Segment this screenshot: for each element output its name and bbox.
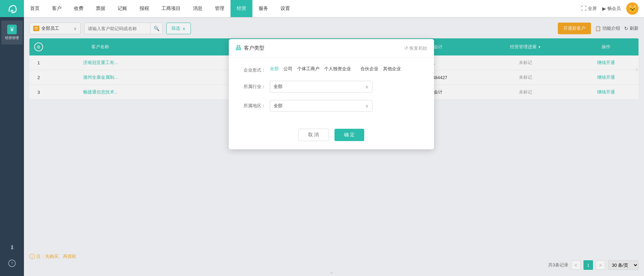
main-layout: ¥ 经营管理 ⬇ ? 图 全部员工 ∨ 🔍 筛选 (0, 17, 644, 276)
nav-item-business[interactable]: 工商项目 (155, 0, 187, 17)
enterprise-option-other[interactable]: 其他企业 (383, 66, 401, 72)
sidebar: ¥ 经营管理 ⬇ ? (0, 17, 24, 276)
nav-item-customer[interactable]: 客户 (46, 0, 68, 17)
top-nav: 首页 客户 收费 票据 记账 报税 工商项目 消息 管理 经营 服务 设置 ⛶ … (0, 0, 644, 17)
nav-item-settings[interactable]: 设置 (274, 0, 296, 17)
modal-title-icon: 品 (236, 45, 241, 52)
member-btn[interactable]: ▶ 畅会员 (602, 5, 621, 12)
modal-footer: 取 消 确 定 (229, 123, 434, 149)
sidebar-item-label: 经营管理 (5, 36, 19, 40)
nav-item-message[interactable]: 消息 (187, 0, 209, 17)
enterprise-option-company[interactable]: 公司 (284, 66, 292, 72)
nav-item-tax[interactable]: 报税 (133, 0, 155, 17)
modal-overlay: 品 客户类型 ↺ 恢复初始 企业形式： 全部 公司 (24, 17, 644, 276)
content: 图 全部员工 ∨ 🔍 筛选 ∧ 开通新客户 📋 功能介绍 ↻ 刷 (24, 17, 644, 276)
region-label: 所属地区： (239, 103, 270, 109)
nav-item-manage[interactable]: 管理 (209, 0, 231, 17)
reset-icon: ↺ (404, 46, 408, 51)
fullscreen-icon: ⛶ (581, 5, 587, 12)
nav-right: ⛶ 全屏 ▶ 畅会员 🐱 (581, 2, 639, 15)
nav-item-home[interactable]: 首页 (24, 0, 46, 17)
enterprise-option-all[interactable]: 全部 (270, 66, 279, 72)
sidebar-item-operation-manage[interactable]: ¥ 经营管理 (1, 21, 23, 45)
cancel-button[interactable]: 取 消 (298, 129, 329, 141)
enterprise-options: 全部 公司 个体工商户 个人独资企业 合伙企业 其他企业 (270, 66, 424, 72)
nav-logo[interactable] (0, 0, 24, 17)
customer-type-modal: 品 客户类型 ↺ 恢复初始 企业形式： 全部 公司 (229, 39, 434, 149)
download-icon: ⬇ (10, 244, 15, 251)
modal-header: 品 客户类型 ↺ 恢复初始 (229, 39, 434, 58)
download-btn[interactable]: ⬇ (1, 240, 23, 255)
member-icon: ▶ (602, 6, 606, 11)
confirm-button[interactable]: 确 定 (334, 129, 365, 141)
operation-manage-icon: ¥ (7, 25, 17, 34)
enterprise-form-label: 企业形式： (239, 66, 270, 73)
region-row: 所属地区： 全部 ∨ (239, 100, 424, 112)
reset-button[interactable]: ↺ 恢复初始 (404, 45, 427, 51)
enterprise-option-individual[interactable]: 个体工商户 (297, 66, 319, 72)
nav-item-service[interactable]: 服务 (252, 0, 274, 17)
fullscreen-btn[interactable]: ⛶ 全屏 (581, 5, 597, 12)
nav-item-bookkeeping[interactable]: 记账 (111, 0, 133, 17)
enterprise-option-partnership[interactable]: 合伙企业 (360, 66, 378, 72)
modal-title: 品 客户类型 (236, 45, 264, 52)
enterprise-option-sole[interactable]: 个人独资企业 (324, 66, 351, 72)
nav-items: 首页 客户 收费 票据 记账 报税 工商项目 消息 管理 经营 服务 设置 (24, 0, 581, 17)
region-select[interactable]: 全部 ∨ (270, 100, 372, 112)
industry-select[interactable]: 全部 ∨ (270, 81, 372, 92)
help-btn[interactable]: ? (1, 256, 23, 271)
nav-item-billing[interactable]: 收费 (68, 0, 90, 17)
chevron-down-icon: ∨ (365, 84, 369, 89)
avatar[interactable]: 🐱 (626, 2, 639, 15)
chevron-down-icon: ∨ (365, 103, 369, 109)
nav-item-operation[interactable]: 经营 (231, 0, 252, 17)
modal-body: 企业形式： 全部 公司 个体工商户 个人独资企业 合伙企业 其他企业 (229, 58, 434, 123)
enterprise-form-row: 企业形式： 全部 公司 个体工商户 个人独资企业 合伙企业 其他企业 (239, 66, 424, 73)
help-icon: ? (8, 260, 16, 267)
industry-row: 所属行业： 全部 ∨ (239, 81, 424, 92)
industry-label: 所属行业： (239, 84, 270, 90)
sidebar-bottom: ⬇ ? (0, 240, 24, 276)
nav-item-invoice[interactable]: 票据 (90, 0, 111, 17)
